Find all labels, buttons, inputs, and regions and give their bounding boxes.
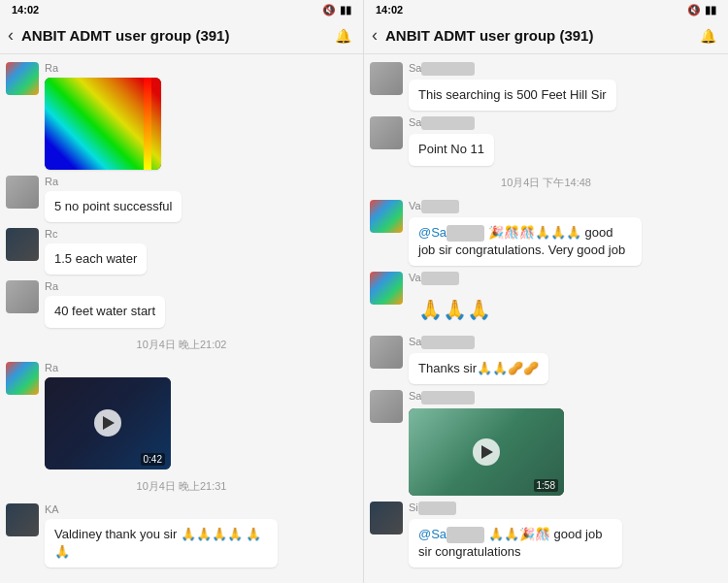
bubble-group: KA Valdiney thank you sir 🙏🙏🙏🙏 🙏🙏	[45, 503, 278, 567]
text-bubble: 5 no point successful	[45, 191, 182, 222]
blurred-name: ██████	[421, 62, 475, 76]
avatar	[6, 280, 39, 313]
bubble-group: Rc 1.5 each water	[45, 228, 147, 275]
video-message[interactable]: 1:58	[409, 408, 564, 496]
play-button[interactable]	[473, 438, 500, 466]
mention-tag: @Sa	[418, 527, 447, 541]
message-row: Rc 1.5 each water	[6, 228, 357, 275]
avatar	[370, 336, 403, 369]
bubble-group: Sa██████ Thanks sir🙏🙏🥜🥜	[409, 336, 548, 384]
sender-name: Si████	[409, 502, 622, 515]
text-bubble: Valdiney thank you sir 🙏🙏🙏🙏 🙏🙏	[45, 519, 278, 567]
avatar-image	[370, 336, 403, 369]
video-duration: 0:42	[141, 453, 165, 466]
back-button-left[interactable]: ‹	[8, 25, 14, 46]
blurred-name: ████	[447, 527, 484, 543]
status-bar-right: 14:02 🔇 ▮▮	[364, 0, 728, 19]
video-message[interactable]: 0:42	[45, 377, 171, 470]
play-icon	[103, 416, 115, 430]
bubble-group: Sa██████ Point No 11	[409, 116, 494, 165]
blurred-name: ██████	[421, 336, 475, 349]
bell-icon-left[interactable]: 🔔	[335, 28, 351, 44]
chat-header-left: ‹ ANBIT ADMT user group (391) 🔔	[0, 19, 363, 54]
blurred-name: ████	[447, 225, 484, 242]
sender-name: Sa██████	[409, 390, 564, 404]
sender-name: Va████	[409, 272, 501, 285]
status-time-right: 14:02	[376, 4, 403, 16]
avatar-image	[6, 62, 39, 95]
avatar	[370, 200, 403, 233]
text-bubble: 1.5 each water	[45, 243, 147, 275]
timestamp: 10月4日 下午14:48	[370, 176, 722, 190]
avatar	[370, 502, 403, 534]
mute-icon: 🔇	[322, 4, 336, 16]
blurred-name: ████	[421, 200, 459, 213]
bubble-group: Ra 40 feet water start	[45, 280, 165, 327]
chat-body-left: Ra Ra 5 no point successful	[0, 54, 363, 583]
sender-name: Va████	[409, 200, 642, 213]
text-bubble: 40 feet water start	[45, 296, 165, 327]
avatar	[6, 362, 39, 395]
avatar-image	[370, 116, 403, 149]
sender-name: Sa██████	[409, 336, 548, 349]
avatar	[370, 62, 403, 95]
message-row: Ra 40 feet water start	[6, 280, 357, 327]
avatar	[370, 390, 403, 423]
chat-header-right: ‹ ANBIT ADMT user group (391) 🔔	[364, 19, 728, 54]
bubble-group: Sa██████ This searching is 500 Feet Hill…	[409, 62, 616, 111]
text-bubble: This searching is 500 Feet Hill Sir	[409, 80, 616, 111]
sender-name: Ra	[45, 176, 182, 187]
play-button[interactable]	[94, 409, 121, 437]
avatar	[370, 116, 403, 149]
sender-name: Sa██████	[409, 62, 616, 76]
text-bubble: Point No 11	[409, 134, 494, 165]
bubble-group: Ra	[45, 62, 161, 170]
image-message[interactable]	[45, 78, 161, 170]
avatar	[6, 228, 39, 261]
avatar-image	[370, 200, 403, 233]
blurred-name: ████	[418, 502, 456, 515]
timestamp: 10月4日 晚上21:02	[6, 338, 357, 352]
avatar-image	[370, 272, 403, 305]
bubble-group: Ra 5 no point successful	[45, 176, 182, 222]
message-row: Sa██████ This searching is 500 Feet Hill…	[370, 62, 722, 111]
message-row: Sa██████ Point No 11	[370, 116, 722, 165]
emoji-bubble: 🙏🙏🙏	[409, 289, 501, 330]
battery-icon: ▮▮	[340, 4, 351, 16]
blurred-name: ████	[421, 272, 459, 285]
avatar	[6, 503, 39, 536]
avatar-image	[370, 502, 403, 534]
back-button-right[interactable]: ‹	[372, 25, 378, 46]
bubble-group: Sa██████ 1:58	[409, 390, 564, 495]
status-bar-left: 14:02 🔇 ▮▮	[0, 0, 363, 19]
bubble-group: Ra 0:42	[45, 362, 171, 470]
sender-name: Ra	[45, 280, 165, 292]
video-duration: 1:58	[534, 479, 558, 492]
message-row: Sa██████ Thanks sir🙏🙏🥜🥜	[370, 336, 722, 384]
mention-bubble: @Sa████ 🎉🎊🎊🙏🙏🙏 good job sir congratulati…	[409, 217, 642, 266]
message-row: Sa██████ 1:58	[370, 390, 722, 495]
avatar	[370, 272, 403, 305]
right-panel: 14:02 🔇 ▮▮ ‹ ANBIT ADMT user group (391)…	[364, 0, 728, 583]
chat-body-right: Sa██████ This searching is 500 Feet Hill…	[364, 54, 728, 583]
bell-icon-right[interactable]: 🔔	[700, 28, 716, 44]
group-title-right: ANBIT ADMT user group (391)	[385, 27, 692, 44]
bubble-group: Va████ 🙏🙏🙏	[409, 272, 501, 330]
message-row: Ra	[6, 62, 357, 170]
battery-icon-right: ▮▮	[705, 4, 716, 16]
message-row: Ra 5 no point successful	[6, 176, 357, 222]
bubble-group: Si████ @Sa████ 🙏🙏🎉🎊 good job sir congrat…	[409, 502, 622, 568]
thermal-image	[45, 78, 161, 170]
avatar-image	[6, 503, 39, 536]
sender-name: Ra	[45, 62, 161, 74]
status-icons-right: 🔇 ▮▮	[687, 4, 716, 16]
timestamp: 10月4日 晚上21:31	[6, 479, 357, 494]
blurred-name: ██████	[421, 116, 475, 130]
play-icon	[481, 445, 493, 459]
thermal-bar	[144, 78, 151, 170]
group-title-left: ANBIT ADMT user group (391)	[21, 27, 327, 44]
mention-bubble: @Sa████ 🙏🙏🎉🎊 good job sir congratulation…	[409, 519, 622, 567]
status-icons-left: 🔇 ▮▮	[322, 4, 351, 16]
left-panel: 14:02 🔇 ▮▮ ‹ ANBIT ADMT user group (391)…	[0, 0, 364, 583]
sender-name: KA	[45, 503, 278, 515]
